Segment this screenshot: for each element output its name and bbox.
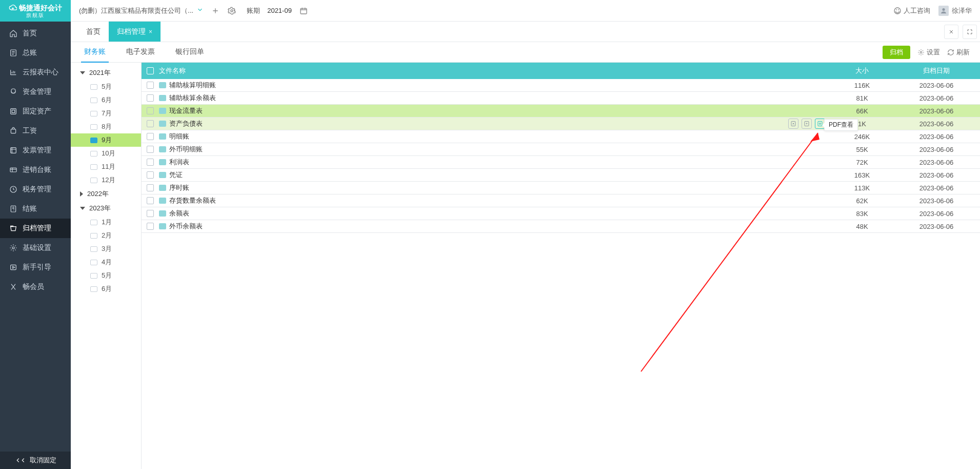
table-row[interactable]: 余额表83K2023-06-06 xyxy=(142,207,980,220)
tab-0[interactable]: 首页 xyxy=(78,22,109,42)
folder-icon xyxy=(90,246,97,252)
tree-year[interactable]: 2021年 xyxy=(71,66,141,80)
subtab-0[interactable]: 财务账 xyxy=(81,47,109,63)
row-checkbox[interactable] xyxy=(147,210,154,217)
file-size: 72K xyxy=(831,159,893,166)
download-excel-icon[interactable] xyxy=(788,119,798,129)
archive-date: 2023-06-06 xyxy=(893,159,980,166)
nav-icon xyxy=(9,107,17,115)
row-checkbox[interactable] xyxy=(147,184,154,191)
gear-icon[interactable] xyxy=(227,6,236,15)
table-row[interactable]: 辅助核算明细账116K2023-06-06 xyxy=(142,79,980,92)
table-row[interactable]: 现金流量表66K2023-06-06 xyxy=(142,105,980,118)
add-icon[interactable] xyxy=(211,6,220,15)
nav-icon xyxy=(9,166,17,174)
tree-month[interactable]: 10月 xyxy=(71,147,141,160)
tooltip: PDF查看 xyxy=(824,119,858,131)
row-checkbox[interactable] xyxy=(147,159,154,166)
file-size: 48K xyxy=(831,223,893,230)
tab-1[interactable]: 归档管理× xyxy=(109,22,161,42)
table-row[interactable]: 凭证163K2023-06-06 xyxy=(142,169,980,182)
sidebar-item-7[interactable]: 进销台账 xyxy=(0,160,71,180)
tree-month[interactable]: 12月 xyxy=(71,173,141,187)
file-size: 81K xyxy=(831,94,893,102)
sidebar-item-3[interactable]: 资金管理 xyxy=(0,82,71,102)
tree-year[interactable]: 2023年 xyxy=(71,201,141,216)
sidebar-item-11[interactable]: 基础设置 xyxy=(0,238,71,258)
brand-name: 畅捷通好会计 xyxy=(19,4,62,12)
file-name: 利润表 xyxy=(169,158,189,167)
sidebar-item-5[interactable]: 工资 xyxy=(0,121,71,141)
tree-month[interactable]: 11月 xyxy=(71,160,141,173)
svg-rect-19 xyxy=(818,122,822,126)
row-checkbox[interactable] xyxy=(147,223,154,230)
archive-date: 2023-06-06 xyxy=(893,171,980,179)
user-menu[interactable]: 徐泽华 xyxy=(938,6,972,16)
refresh-link[interactable]: 刷新 xyxy=(947,48,970,57)
tree-month[interactable]: 8月 xyxy=(71,120,141,133)
tree-month[interactable]: 4月 xyxy=(71,256,141,269)
sidebar-item-4[interactable]: 固定资产 xyxy=(0,102,71,121)
sidebar-item-2[interactable]: 云报表中心 xyxy=(0,63,71,82)
consult-link[interactable]: 人工咨询 xyxy=(893,6,930,15)
col-name[interactable]: 文件名称 xyxy=(159,66,831,75)
table-row[interactable]: 资产负债表1K2023-06-06PDF查看 xyxy=(142,118,980,130)
table-row[interactable]: 序时账113K2023-06-06 xyxy=(142,182,980,194)
table-row[interactable]: 外币明细账55K2023-06-06 xyxy=(142,143,980,156)
sidebar-item-12[interactable]: 新手引导 xyxy=(0,258,71,277)
row-checkbox[interactable] xyxy=(147,197,154,204)
download-pdf-icon[interactable] xyxy=(802,119,812,129)
folder-icon xyxy=(90,84,97,90)
table-row[interactable]: 明细账246K2023-06-06 xyxy=(142,130,980,143)
table-row[interactable]: 辅助核算余额表81K2023-06-06 xyxy=(142,92,980,105)
tree-month[interactable]: 5月 xyxy=(71,269,141,282)
sidebar-item-8[interactable]: 税务管理 xyxy=(0,180,71,199)
table-row[interactable]: 存货数量余额表62K2023-06-06 xyxy=(142,194,980,207)
tab-close-icon[interactable]: × xyxy=(149,28,152,35)
tree-month[interactable]: 6月 xyxy=(71,93,141,107)
row-checkbox[interactable] xyxy=(147,171,154,179)
settings-link[interactable]: 设置 xyxy=(917,48,940,57)
tree-year[interactable]: 2022年 xyxy=(71,187,141,201)
archive-button[interactable]: 归档 xyxy=(883,46,910,59)
sidebar-item-9[interactable]: 结账 xyxy=(0,199,71,219)
sidebar-item-0[interactable]: 首页 xyxy=(0,24,71,43)
table-row[interactable]: 利润表72K2023-06-06 xyxy=(142,156,980,169)
sidebar-item-6[interactable]: 发票管理 xyxy=(0,141,71,160)
fullscreen-icon[interactable] xyxy=(963,25,977,39)
col-size[interactable]: 大小 xyxy=(831,66,893,75)
row-checkbox[interactable] xyxy=(147,94,154,102)
row-checkbox[interactable] xyxy=(147,107,154,114)
row-checkbox[interactable] xyxy=(147,120,154,127)
subtab-2[interactable]: 银行回单 xyxy=(172,47,207,62)
page-tabs: 首页归档管理× xyxy=(71,22,980,42)
tree-month[interactable]: 7月 xyxy=(71,107,141,120)
sidebar-item-10[interactable]: 归档管理 xyxy=(0,219,71,238)
company-selector[interactable]: (勿删）江西服宝精品有限责任公司（... xyxy=(79,6,204,15)
tree-month[interactable]: 2月 xyxy=(71,229,141,242)
folder-icon xyxy=(90,273,97,279)
tree-month[interactable]: 1月 xyxy=(71,216,141,229)
row-checkbox[interactable] xyxy=(147,133,154,140)
table-row[interactable]: 外币余额表48K2023-06-06 xyxy=(142,220,980,233)
select-all-checkbox[interactable] xyxy=(147,67,154,74)
calendar-icon[interactable] xyxy=(299,6,308,15)
row-checkbox[interactable] xyxy=(147,146,154,153)
year-month-tree[interactable]: 2021年5月6月7月8月9月10月11月12月2022年2023年1月2月3月… xyxy=(71,63,142,469)
folder-icon xyxy=(90,286,97,292)
tree-month[interactable]: 5月 xyxy=(71,80,141,93)
subtab-1[interactable]: 电子发票 xyxy=(123,47,158,62)
sidebar-footer[interactable]: 取消固定 xyxy=(0,452,71,469)
folder-icon xyxy=(90,233,97,239)
col-date[interactable]: 归档日期 xyxy=(893,66,980,75)
sidebar-item-1[interactable]: 总账 xyxy=(0,43,71,63)
close-icon[interactable] xyxy=(944,25,958,39)
sidebar-item-13[interactable]: 畅会员 xyxy=(0,277,71,297)
file-size: 116K xyxy=(831,82,893,89)
tree-month[interactable]: 6月 xyxy=(71,282,141,296)
tree-month[interactable]: 3月 xyxy=(71,242,141,256)
row-checkbox[interactable] xyxy=(147,82,154,89)
tree-month[interactable]: 9月 xyxy=(71,133,141,147)
archive-date: 2023-06-06 xyxy=(893,223,980,230)
period-value[interactable]: 2021-09 xyxy=(267,7,292,14)
